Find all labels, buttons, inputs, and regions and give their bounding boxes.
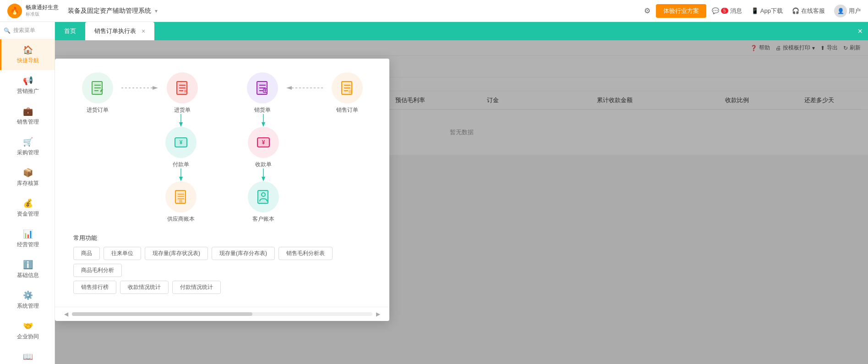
logo-icon: 🔥 [7,4,22,18]
app-icon: 📱 [751,7,759,14]
purchase-icon: 🛒 [23,137,33,147]
message-badge: 5 [721,8,728,14]
flow-item-sale-order[interactable]: 销售订单 [323,72,371,114]
collab-icon: 🤝 [23,321,33,331]
flow-row-3: 账 供应商账本 [73,181,371,223]
settings-icon[interactable]: ⚙ [644,6,650,15]
sidebar-item-finance[interactable]: 💰 资金管理 [0,193,55,223]
scroll-left-icon[interactable]: ◀ [64,311,68,317]
sale-order-label: 销售订单 [336,106,358,114]
scroll-right-icon[interactable]: ▶ [376,311,380,317]
sidebar-item-business[interactable]: 📊 经营管理 [0,223,55,254]
svg-point-27 [349,90,352,93]
purchase-bill-circle [167,72,198,103]
flow-row-1: 进货订单 [73,72,371,114]
svg-marker-31 [262,122,265,127]
trial-button[interactable]: 体验行业方案 [656,4,706,18]
tab-bar: 首页 销售订单执行表 × × [55,22,868,40]
service-icon: 🎧 [792,7,799,14]
sidebar-item-collab[interactable]: 🤝 企业协同 [0,315,55,346]
flow-item-payment-in[interactable]: ¥ 收款单 [239,127,288,168]
svg-marker-29 [179,122,183,127]
tab-home[interactable]: 首页 [55,22,85,40]
sidebar-item-marketing[interactable]: 📢 营销推广 [0,70,55,101]
marketing-icon: 📢 [23,76,33,86]
tab-close-button[interactable]: × [142,27,145,35]
payment-out-label: 付款单 [173,161,189,168]
func-btn-counterparty[interactable]: 往来单位 [104,247,141,260]
flow-row-2: ¥ 付款单 [73,127,371,168]
func-btn-stock-dist[interactable]: 现存量(库存分布表) [212,247,275,260]
common-functions: 常用功能 商品 往来单位 现存量(库存状况表) 现存量(库存分布表) 销售毛利分… [73,234,371,294]
tab-sales-exec[interactable]: 销售订单执行表 × [85,22,154,40]
sidebar-item-quick-nav[interactable]: 🏠 快捷导航 [0,39,55,70]
sale-bill-label: 销货单 [254,106,271,114]
search-icon: 🔍 [4,27,11,34]
sidebar-item-system[interactable]: ⚙️ 系统管理 [0,285,55,315]
sale-order-circle [332,72,363,103]
func-btn-stock-status[interactable]: 现存量(库存状况表) [145,247,208,260]
sale-bill-circle [247,72,278,103]
sidebar-item-basic[interactable]: ℹ️ 基础信息 [0,254,55,285]
system-icon: ⚙️ [23,290,33,300]
popup-inner: 进货订单 [55,59,389,307]
main: 首页 销售订单执行表 × × ❓ 帮助 🖨 按模板打印 ▾ ⬆ [55,22,868,364]
func-btn-receipt-stats[interactable]: 收款情况统计 [120,281,169,294]
flow-item-payment-out[interactable]: ¥ 付款单 [156,127,206,168]
dropdown-icon[interactable]: ▾ [155,8,158,14]
func-btn-product-profit[interactable]: 商品毛利分析 [73,264,122,277]
sidebar-search[interactable]: 🔍 搜索菜单 [0,22,55,39]
svg-marker-39 [179,177,183,181]
svg-marker-6 [153,86,158,90]
payment-in-label: 收款单 [255,161,272,168]
func-btn-product[interactable]: 商品 [73,247,100,260]
app-download-item[interactable]: 📱 App下载 [751,7,783,15]
payment-in-circle: ¥ [248,127,279,158]
purchase-bill-label: 进货单 [174,106,191,114]
sidebar-item-guide[interactable]: 📖 新手引导 [0,346,55,364]
basic-icon: ℹ️ [23,260,33,270]
sales-icon: 💼 [23,106,33,116]
svg-text:¥: ¥ [262,139,265,146]
home-icon: 🏠 [23,45,33,55]
purchase-order-label: 进货订单 [87,106,109,114]
business-icon: 📊 [23,229,33,239]
sidebar-item-purchase[interactable]: 🛒 采购管理 [0,131,55,162]
popup: 进货订单 [55,59,389,321]
func-grid-row1: 商品 往来单位 现存量(库存状况表) 现存量(库存分布表) 销售毛利分析表 商品… [73,247,371,277]
purchase-order-circle [82,72,113,103]
sidebar-item-inventory[interactable]: 📦 库存核算 [0,162,55,193]
system-title: 装备及固定资产辅助管理系统 ▾ [68,7,639,15]
func-btn-sales-profit[interactable]: 销售毛利分析表 [278,247,333,260]
svg-marker-41 [262,177,265,181]
customer-account-circle [248,181,279,212]
top-bar: 🔥 畅康通好生意 标准版 装备及固定资产辅助管理系统 ▾ ⚙ 体验行业方案 💬 … [0,0,868,22]
func-grid-row2: 销售排行榜 收款情况统计 付款情况统计 [73,281,371,294]
logo-area: 🔥 畅康通好生意 标准版 [7,4,62,18]
popup-overlay[interactable]: 进货订单 [55,40,868,364]
message-item[interactable]: 💬 5 消息 [712,7,742,15]
flow-diagram: 进货订单 [73,72,371,223]
guide-icon: 📖 [23,352,33,362]
supplier-account-label: 供应商账本 [167,215,195,223]
customer-account-label: 客户账本 [252,215,274,223]
scrollbar-track[interactable] [72,312,372,316]
flow-item-purchase-bill[interactable]: 进货单 [158,72,206,114]
inventory-icon: 📦 [23,168,33,178]
svg-text:账: 账 [179,199,183,203]
sidebar: 🔍 搜索菜单 🏠 快捷导航 📢 营销推广 💼 销售管理 🛒 采购管理 📦 库存核… [0,22,55,364]
tab-bar-close-button[interactable]: × [857,27,863,36]
svg-text:¥: ¥ [179,139,182,146]
func-btn-payment-stats[interactable]: 付款情况统计 [172,281,221,294]
scrollbar-thumb[interactable] [72,312,252,316]
online-service-item[interactable]: 🎧 在线客服 [792,7,825,15]
sidebar-item-sales[interactable]: 💼 销售管理 [0,101,55,131]
top-right: 💬 5 消息 📱 App下载 🎧 在线客服 👤 用户 [712,5,861,17]
flow-item-customer-account[interactable]: 客户账本 [239,181,288,223]
flow-item-supplier-account[interactable]: 账 供应商账本 [156,181,206,223]
user-item[interactable]: 👤 用户 [834,5,861,17]
flow-item-purchase-order[interactable]: 进货订单 [73,72,121,114]
func-btn-sales-rank[interactable]: 销售排行榜 [73,281,116,294]
flow-item-sale-bill[interactable]: 销货单 [238,72,286,114]
finance-icon: 💰 [23,198,33,208]
